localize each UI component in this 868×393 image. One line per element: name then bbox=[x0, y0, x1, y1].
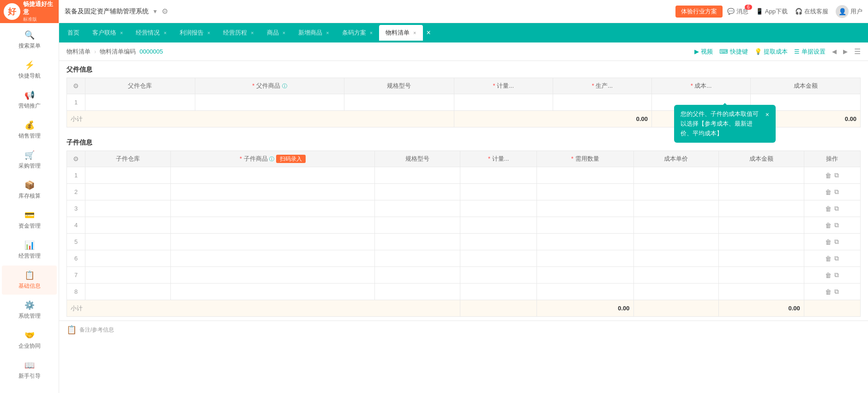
delete-icon-1[interactable]: 🗑 bbox=[825, 172, 832, 179]
child-cost-unit-cell-3[interactable] bbox=[633, 200, 719, 217]
tab-close-icon[interactable]: × bbox=[207, 30, 210, 36]
child-qty-needed-cell-1[interactable] bbox=[537, 167, 633, 184]
delete-icon-3[interactable]: 🗑 bbox=[825, 205, 832, 212]
copy-icon-4[interactable]: ⧉ bbox=[834, 221, 839, 229]
parent-th-settings-icon[interactable]: ⚙ bbox=[73, 82, 79, 90]
sidebar-item-采购管理[interactable]: 🛒采购管理 bbox=[2, 145, 57, 175]
child-warehouse-cell-8[interactable] bbox=[85, 284, 171, 300]
child-qty-unit-cell-7[interactable] bbox=[460, 267, 537, 284]
copy-icon-2[interactable]: ⧉ bbox=[834, 188, 839, 196]
child-qty-needed-cell-4[interactable] bbox=[537, 217, 633, 234]
child-cost-unit-cell-1[interactable] bbox=[633, 167, 719, 184]
parent-product-cell[interactable] bbox=[195, 94, 344, 111]
online-service-button[interactable]: 🎧 在线客服 bbox=[795, 7, 828, 16]
copy-icon-7[interactable]: ⧉ bbox=[834, 271, 839, 279]
close-all-tabs-button[interactable]: × bbox=[423, 29, 434, 37]
child-spec-cell-4[interactable] bbox=[375, 217, 460, 234]
child-warehouse-cell-7[interactable] bbox=[85, 267, 171, 284]
sidebar-item-系统管理[interactable]: ⚙️系统管理 bbox=[2, 296, 57, 325]
pagination-prev-icon[interactable]: ◀ bbox=[832, 48, 837, 55]
child-product-cell-4[interactable] bbox=[170, 217, 375, 234]
sidebar-item-营销推广[interactable]: 📢营销推广 bbox=[2, 85, 57, 115]
nav-tab-经营情况[interactable]: 经营情况× bbox=[129, 25, 173, 41]
tab-close-icon[interactable]: × bbox=[413, 30, 416, 36]
child-qty-unit-cell-1[interactable] bbox=[460, 167, 537, 184]
parent-warehouse-cell[interactable] bbox=[85, 94, 195, 111]
pagination-next-icon[interactable]: ▶ bbox=[843, 48, 848, 55]
tab-close-icon[interactable]: × bbox=[120, 30, 123, 36]
tooltip-close-icon[interactable]: × bbox=[766, 109, 769, 120]
shortcut-button[interactable]: ⌨ 快捷键 bbox=[719, 48, 748, 56]
child-warehouse-cell-2[interactable] bbox=[85, 184, 171, 200]
tab-close-icon[interactable]: × bbox=[251, 30, 253, 36]
copy-icon-5[interactable]: ⧉ bbox=[834, 238, 839, 246]
child-qty-unit-cell-5[interactable] bbox=[460, 234, 537, 250]
child-cost-unit-cell-8[interactable] bbox=[633, 284, 719, 300]
sidebar-item-搜索菜单[interactable]: 🔍搜索菜单 bbox=[2, 25, 57, 54]
child-warehouse-cell-6[interactable] bbox=[85, 250, 171, 267]
child-warehouse-cell-3[interactable] bbox=[85, 200, 171, 217]
sidebar-item-销售管理[interactable]: 💰销售管理 bbox=[2, 115, 57, 145]
delete-icon-4[interactable]: 🗑 bbox=[825, 222, 832, 229]
child-spec-cell-5[interactable] bbox=[375, 234, 460, 250]
tab-close-icon[interactable]: × bbox=[163, 30, 166, 36]
child-spec-cell-2[interactable] bbox=[375, 184, 460, 200]
child-qty-unit-cell-6[interactable] bbox=[460, 250, 537, 267]
child-product-cell-1[interactable] bbox=[170, 167, 375, 184]
child-product-cell-8[interactable] bbox=[170, 284, 375, 300]
child-th-settings-icon[interactable]: ⚙ bbox=[73, 155, 79, 163]
nav-tab-条码方案[interactable]: 条码方案× bbox=[336, 25, 379, 41]
sidebar-item-经营管理[interactable]: 📊经营管理 bbox=[2, 236, 57, 265]
sidebar-item-资金管理[interactable]: 💳资金管理 bbox=[2, 206, 57, 235]
child-cost-unit-cell-5[interactable] bbox=[633, 234, 719, 250]
child-product-cell-6[interactable] bbox=[170, 250, 375, 267]
user-menu[interactable]: 👤 用户 bbox=[836, 5, 862, 18]
sidebar-item-基础信息[interactable]: 📋基础信息 bbox=[2, 266, 57, 295]
list-view-icon[interactable]: ☰ bbox=[854, 47, 861, 56]
child-spec-cell-7[interactable] bbox=[375, 267, 460, 284]
child-qty-unit-cell-4[interactable] bbox=[460, 217, 537, 234]
parent-spec-cell[interactable] bbox=[344, 94, 454, 111]
child-qty-unit-cell-8[interactable] bbox=[460, 284, 537, 300]
child-product-cell-5[interactable] bbox=[170, 234, 375, 250]
child-warehouse-cell-1[interactable] bbox=[85, 167, 171, 184]
child-cost-unit-cell-2[interactable] bbox=[633, 184, 719, 200]
app-download-button[interactable]: 📱 App下载 bbox=[756, 7, 788, 16]
nav-tab-首页[interactable]: 首页 bbox=[61, 25, 86, 41]
child-cost-unit-cell-4[interactable] bbox=[633, 217, 719, 234]
sidebar-item-新手引导[interactable]: 📖新手引导 bbox=[2, 356, 57, 385]
child-qty-needed-cell-7[interactable] bbox=[537, 267, 633, 284]
single-settings-button[interactable]: ☰ 单据设置 bbox=[794, 48, 826, 56]
nav-tab-利润报告[interactable]: 利润报告× bbox=[173, 25, 217, 41]
breadcrumb-item-1[interactable]: 物料清单 bbox=[66, 48, 90, 56]
delete-icon-6[interactable]: 🗑 bbox=[825, 255, 832, 262]
child-spec-cell-1[interactable] bbox=[375, 167, 460, 184]
tab-close-icon[interactable]: × bbox=[326, 30, 329, 36]
delete-icon-7[interactable]: 🗑 bbox=[825, 272, 832, 279]
child-warehouse-cell-4[interactable] bbox=[85, 217, 171, 234]
nav-tab-客户联络[interactable]: 客户联络× bbox=[86, 25, 129, 41]
copy-icon-6[interactable]: ⧉ bbox=[834, 254, 839, 262]
video-button[interactable]: ▶ 视频 bbox=[694, 48, 713, 56]
nav-tab-新增商品[interactable]: 新增商品× bbox=[292, 25, 335, 41]
child-warehouse-cell-5[interactable] bbox=[85, 234, 171, 250]
gear-icon[interactable]: ⚙ bbox=[162, 7, 168, 16]
copy-icon-3[interactable]: ⧉ bbox=[834, 205, 839, 212]
child-qty-needed-cell-2[interactable] bbox=[537, 184, 633, 200]
child-cost-unit-cell-7[interactable] bbox=[633, 267, 719, 284]
child-spec-cell-6[interactable] bbox=[375, 250, 460, 267]
child-qty-unit-cell-3[interactable] bbox=[460, 200, 537, 217]
tab-close-icon[interactable]: × bbox=[370, 30, 373, 36]
parent-produce-cell[interactable] bbox=[553, 94, 651, 111]
parent-qty-cell[interactable] bbox=[454, 94, 553, 111]
nav-tab-商品[interactable]: 商品× bbox=[260, 25, 292, 41]
child-spec-cell-3[interactable] bbox=[375, 200, 460, 217]
copy-icon-8[interactable]: ⧉ bbox=[834, 288, 839, 296]
tab-close-icon[interactable]: × bbox=[283, 30, 285, 36]
message-button[interactable]: 💬 消息 6 bbox=[727, 7, 748, 16]
child-product-cell-7[interactable] bbox=[170, 267, 375, 284]
sidebar-item-库存核算[interactable]: 📦库存核算 bbox=[2, 175, 57, 205]
child-qty-unit-cell-2[interactable] bbox=[460, 184, 537, 200]
child-product-cell-3[interactable] bbox=[170, 200, 375, 217]
delete-icon-5[interactable]: 🗑 bbox=[825, 238, 832, 246]
